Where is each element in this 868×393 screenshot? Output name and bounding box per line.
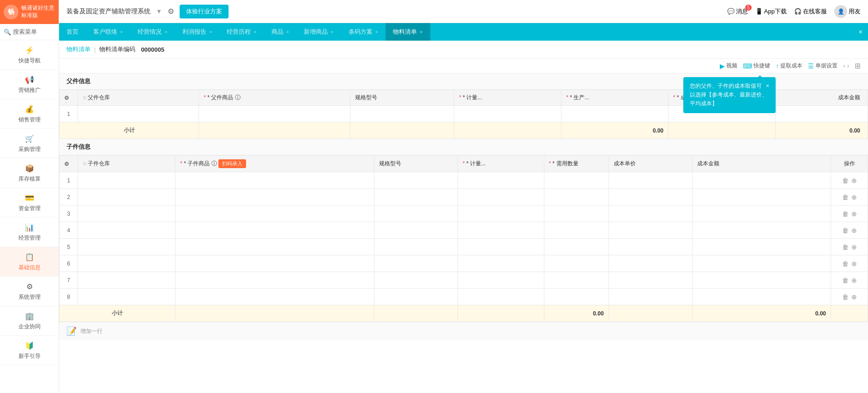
sort-icon[interactable]: ⇅	[83, 95, 86, 100]
sidebar-item-finance[interactable]: 💳 资金管理	[0, 188, 59, 218]
child-row-6-goods[interactable]	[175, 255, 374, 272]
close-bom-tab[interactable]: ×	[420, 29, 422, 35]
child-row-4-needed[interactable]	[544, 222, 609, 239]
parent-row-1-unit[interactable]	[454, 106, 561, 122]
sidebar-item-inventory[interactable]: 📦 库存核算	[0, 158, 59, 188]
tab-operations[interactable]: 经营情况 ×	[130, 23, 175, 41]
parent-row-1-production[interactable]	[561, 106, 669, 122]
delete-row-8-icon[interactable]: 🗑	[842, 293, 849, 301]
user-btn[interactable]: 👤 用友	[834, 5, 861, 18]
child-row-5-needed[interactable]	[544, 239, 609, 255]
sidebar-item-marketing[interactable]: 📢 营销推广	[0, 70, 59, 99]
child-row-3-goods[interactable]	[175, 206, 374, 222]
add-row-text[interactable]: 增加一行	[80, 327, 102, 335]
child-row-8-spec[interactable]	[374, 289, 458, 305]
next-arrow[interactable]: ›	[847, 62, 849, 69]
child-row-7-needed[interactable]	[544, 272, 609, 289]
settings-icon[interactable]: ⚙	[168, 7, 174, 16]
child-row-8-unit-cost[interactable]	[609, 289, 692, 305]
child-row-3-needed[interactable]	[544, 206, 609, 222]
dropdown-arrow-icon[interactable]: ▼	[156, 8, 162, 15]
tab-barcode[interactable]: 条码方案 ×	[341, 23, 386, 41]
sidebar-item-guide[interactable]: 🔰 新手引导	[0, 336, 59, 365]
copy-row-4-icon[interactable]: ⊕	[851, 227, 857, 234]
video-btn[interactable]: ▶ 视频	[720, 62, 737, 70]
tab-new-goods[interactable]: 新增商品 ×	[296, 23, 341, 41]
delete-row-1-icon[interactable]: 🗑	[842, 177, 849, 184]
settings-gear-icon[interactable]: ⚙	[64, 95, 69, 101]
close-operations-tab[interactable]: ×	[164, 29, 167, 35]
child-row-7-spec[interactable]	[374, 272, 458, 289]
child-sort-icon[interactable]: ⇅	[83, 161, 86, 166]
child-row-2-spec[interactable]	[374, 189, 458, 206]
child-row-3-spec[interactable]	[374, 206, 458, 222]
child-row-4-warehouse[interactable]	[78, 222, 175, 239]
child-row-4-goods[interactable]	[175, 222, 374, 239]
close-new-goods-tab[interactable]: ×	[331, 29, 333, 35]
child-row-8-warehouse[interactable]	[78, 289, 175, 305]
child-row-5-warehouse[interactable]	[78, 239, 175, 255]
child-row-8-goods[interactable]	[175, 289, 374, 305]
parent-row-1-spec[interactable]	[350, 106, 454, 122]
close-barcode-tab[interactable]: ×	[375, 29, 378, 35]
tab-profit[interactable]: 利润报告 ×	[175, 23, 219, 41]
child-row-7-unit[interactable]	[458, 272, 544, 289]
child-row-6-spec[interactable]	[374, 255, 458, 272]
child-row-2-unit-cost[interactable]	[609, 189, 692, 206]
tooltip-close-btn[interactable]: ×	[766, 82, 769, 91]
delete-row-6-icon[interactable]: 🗑	[842, 260, 849, 267]
breadcrumb-bom[interactable]: 物料清单	[66, 45, 90, 54]
child-row-4-spec[interactable]	[374, 222, 458, 239]
tab-history[interactable]: 经营历程 ×	[219, 23, 264, 41]
sidebar-item-sales[interactable]: 💰 销售管理	[0, 99, 59, 129]
tab-bom[interactable]: 物料清单 ×	[386, 23, 430, 41]
child-row-8-needed[interactable]	[544, 289, 609, 305]
delete-row-4-icon[interactable]: 🗑	[842, 227, 849, 234]
close-profit-tab[interactable]: ×	[209, 29, 212, 35]
app-download-btn[interactable]: 📱 App下载	[755, 7, 787, 16]
copy-row-3-icon[interactable]: ⊕	[851, 210, 857, 218]
child-row-3-warehouse[interactable]	[78, 206, 175, 222]
extract-cost-btn[interactable]: ↑ 提取成本	[776, 62, 802, 70]
close-history-tab[interactable]: ×	[253, 29, 256, 35]
child-row-7-goods[interactable]	[175, 272, 374, 289]
tab-home[interactable]: 首页	[59, 23, 86, 41]
child-row-4-unit-cost[interactable]	[609, 222, 692, 239]
sidebar-item-basic-info[interactable]: 📋 基础信息	[0, 247, 59, 277]
sidebar-item-quick-nav[interactable]: ⚡ 快捷导航	[0, 40, 59, 70]
tab-customer[interactable]: 客户联络 ×	[86, 23, 130, 41]
parent-row-1-warehouse[interactable]	[78, 106, 199, 122]
child-row-2-goods[interactable]	[175, 189, 374, 206]
delete-row-7-icon[interactable]: 🗑	[842, 277, 849, 284]
add-row-icon[interactable]: 📝	[66, 326, 77, 336]
sidebar-item-system[interactable]: ⚙ 系统管理	[0, 277, 59, 306]
child-row-3-unit-cost[interactable]	[609, 206, 692, 222]
copy-row-5-icon[interactable]: ⊕	[851, 243, 857, 251]
copy-row-6-icon[interactable]: ⊕	[851, 260, 857, 267]
child-row-7-unit-cost[interactable]	[609, 272, 692, 289]
search-menu[interactable]: 🔍 搜索菜单	[0, 24, 59, 40]
child-row-2-unit[interactable]	[458, 189, 544, 206]
child-row-8-unit[interactable]	[458, 289, 544, 305]
child-row-1-spec[interactable]	[374, 172, 458, 189]
child-row-1-unit-cost[interactable]	[609, 172, 692, 189]
child-row-1-unit[interactable]	[458, 172, 544, 189]
child-row-1-goods[interactable]	[175, 172, 374, 189]
close-customer-tab[interactable]: ×	[120, 29, 123, 35]
close-goods-tab[interactable]: ×	[286, 29, 289, 35]
child-row-7-warehouse[interactable]	[78, 272, 175, 289]
child-row-1-warehouse[interactable]	[78, 172, 175, 189]
delete-row-3-icon[interactable]: 🗑	[842, 210, 849, 218]
child-row-5-unit[interactable]	[458, 239, 544, 255]
child-row-4-unit[interactable]	[458, 222, 544, 239]
sidebar-item-enterprise[interactable]: 🏢 企业协同	[0, 306, 59, 336]
child-row-2-needed[interactable]	[544, 189, 609, 206]
child-row-5-goods[interactable]	[175, 239, 374, 255]
child-row-6-warehouse[interactable]	[78, 255, 175, 272]
child-row-5-unit-cost[interactable]	[609, 239, 692, 255]
copy-row-8-icon[interactable]: ⊕	[851, 293, 857, 301]
online-service-btn[interactable]: 🎧 在线客服	[794, 7, 827, 16]
child-row-1-needed[interactable]	[544, 172, 609, 189]
message-btn[interactable]: 💬 消息 5	[727, 7, 748, 16]
child-row-3-unit[interactable]	[458, 206, 544, 222]
